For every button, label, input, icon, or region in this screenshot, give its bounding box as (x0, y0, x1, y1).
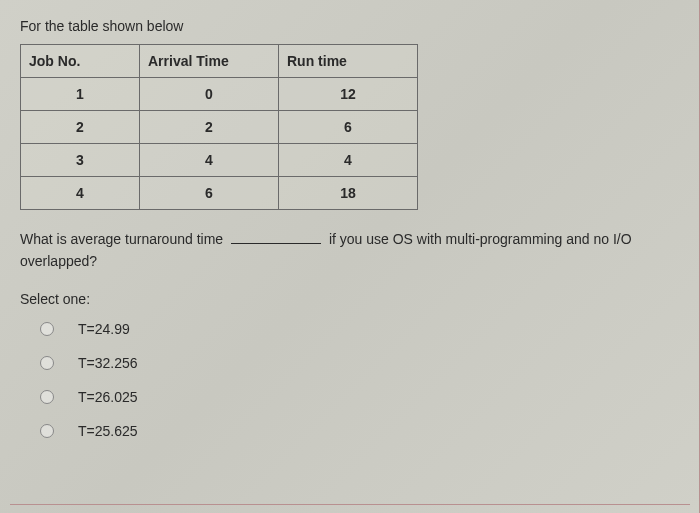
table-row: 1 0 12 (21, 78, 418, 111)
cell-job: 2 (21, 111, 140, 144)
option-label: T=32.256 (78, 355, 138, 371)
question-part3: overlapped? (20, 253, 97, 269)
option-label: T=24.99 (78, 321, 130, 337)
header-arrival-time: Arrival Time (140, 45, 279, 78)
radio-icon[interactable] (40, 424, 54, 438)
cell-job: 1 (21, 78, 140, 111)
table-header-row: Job No. Arrival Time Run time (21, 45, 418, 78)
cell-job: 3 (21, 144, 140, 177)
option-row[interactable]: T=24.99 (40, 321, 679, 337)
cell-run: 4 (279, 144, 418, 177)
table-row: 2 2 6 (21, 111, 418, 144)
question-part2: if you use OS with multi-programming and… (329, 231, 632, 247)
radio-icon[interactable] (40, 322, 54, 336)
header-run-time: Run time (279, 45, 418, 78)
intro-text: For the table shown below (20, 18, 679, 34)
cell-run: 12 (279, 78, 418, 111)
bottom-border (10, 504, 690, 505)
option-row[interactable]: T=32.256 (40, 355, 679, 371)
cell-run: 6 (279, 111, 418, 144)
header-job-no: Job No. (21, 45, 140, 78)
radio-icon[interactable] (40, 390, 54, 404)
options-group: T=24.99 T=32.256 T=26.025 T=25.625 (20, 321, 679, 439)
cell-arrival: 6 (140, 177, 279, 210)
option-row[interactable]: T=26.025 (40, 389, 679, 405)
option-label: T=25.625 (78, 423, 138, 439)
question-text: What is average turnaround time if you u… (20, 228, 679, 273)
cell-job: 4 (21, 177, 140, 210)
table-row: 4 6 18 (21, 177, 418, 210)
option-row[interactable]: T=25.625 (40, 423, 679, 439)
radio-icon[interactable] (40, 356, 54, 370)
cell-arrival: 2 (140, 111, 279, 144)
question-part1: What is average turnaround time (20, 231, 223, 247)
cell-arrival: 0 (140, 78, 279, 111)
cell-arrival: 4 (140, 144, 279, 177)
cell-run: 18 (279, 177, 418, 210)
jobs-table: Job No. Arrival Time Run time 1 0 12 2 2… (20, 44, 418, 210)
fill-blank (231, 231, 321, 244)
table-row: 3 4 4 (21, 144, 418, 177)
question-container: For the table shown below Job No. Arriva… (0, 0, 700, 513)
select-one-label: Select one: (20, 291, 679, 307)
option-label: T=26.025 (78, 389, 138, 405)
